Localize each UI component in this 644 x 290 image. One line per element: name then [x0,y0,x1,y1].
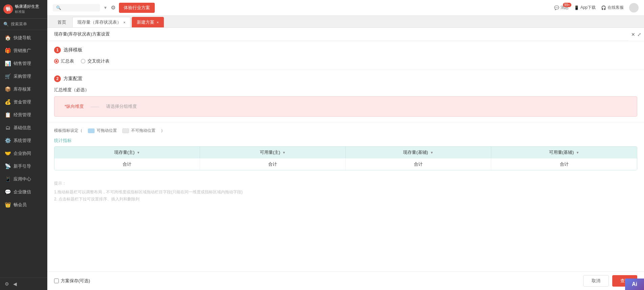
sidebar-item-operations[interactable]: 📋 经营管理 [0,108,47,121]
tab-new-scheme-close[interactable]: × [156,20,158,24]
save-option: 方案保存(可选) [54,278,90,284]
main-area: 🔍 ▼ ⚙ 体验行业方案 💬 消息 99+ 📱 App下载 🎧 在线客服 [47,0,644,290]
app-download-button[interactable]: 📱 App下载 [574,5,596,10]
save-option-label: 方案保存(可选) [61,278,90,284]
marketing-icon: 🎁 [5,48,11,54]
col1-label: 可用量(主) [260,149,280,155]
close-window-icon[interactable]: ✕ [631,32,635,37]
messages-button[interactable]: 💬 消息 99+ [554,5,569,10]
industry-plan-button[interactable]: 体验行业方案 [119,3,155,13]
sidebar: 畅 畅康通好生意 标准版 🔍 搜索菜单 🏠 快捷导航 🎁 营销推广 📊 销售管理… [0,0,47,290]
sidebar-item-system[interactable]: ⚙️ 系统管理 [0,134,47,147]
stats-header: 现存量(主) ▼ 可用量(主) ▼ 现存量(基辅) ▼ 可用量(基辅) ▼ [54,147,637,158]
cancel-button[interactable]: 取消 [583,275,609,287]
topbar-dropdown-arrow[interactable]: ▼ [103,5,107,10]
stats-col-0[interactable]: 现存量(主) ▼ [54,147,200,158]
sidebar-item-marketing[interactable]: 🎁 营销推广 [0,44,47,57]
sidebar-item-label: 营销推广 [14,48,31,54]
settings-icon[interactable]: ⚙ [5,281,9,287]
topbar-search-input[interactable] [63,5,90,10]
save-checkbox[interactable] [54,279,59,283]
expand-window-icon[interactable]: ⤢ [637,32,641,37]
col3-label: 可用量(基辅) [549,149,574,155]
app-name: 畅康通好生意 [15,4,39,9]
topbar-search-box[interactable]: 🔍 [53,4,100,11]
sidebar-menu: 🏠 快捷导航 🎁 营销推广 📊 销售管理 🛒 采购管理 📦 库存核算 💰 资金管… [0,30,47,277]
movable-legend-box [88,128,95,133]
system-icon: ⚙️ [5,138,11,144]
collapse-icon[interactable]: ◀ [13,281,17,287]
tab-home[interactable]: 首页 [53,17,71,27]
stats-col-3[interactable]: 可用量(基辅) ▼ [491,147,637,158]
dimension-box[interactable]: *纵向维度 —— 请选择分组维度 [54,96,637,117]
sidebar-item-app-center[interactable]: 📱 应用中心 [0,173,47,186]
tab-inventory-status[interactable]: 现存量（库存状况表） × [72,17,130,27]
sidebar-item-label: 新手引导 [14,163,31,169]
search-label: 搜索菜单 [11,21,27,27]
stats-col-2[interactable]: 现存量(基辅) ▼ [346,147,491,158]
sidebar-item-label: 基础信息 [14,125,31,131]
search-icon: 🔍 [3,22,9,27]
topbar-search-icon: 🔍 [56,5,61,10]
sidebar-item-quick-nav[interactable]: 🏠 快捷导航 [0,31,47,44]
sidebar-item-label: 库存核算 [14,86,31,92]
sidebar-item-member[interactable]: 👑 畅会员 [0,198,47,211]
quick-nav-icon: 🏠 [5,35,11,41]
member-icon: 👑 [5,202,11,208]
tab-inventory-close[interactable]: × [123,20,125,24]
section1-title: 1 选择模板 [54,47,637,53]
section2-title: 2 方案配置 [54,75,637,82]
panel-top-row: 现存量(库存状况表)方案设置 ✕ ⤢ [47,28,644,41]
col1-dropdown-icon[interactable]: ▼ [282,151,286,154]
sidebar-item-basic-info[interactable]: 🗂 基础信息 [0,121,47,134]
col3-dropdown-icon[interactable]: ▼ [576,151,579,154]
tab-new-scheme[interactable]: 新建方案 × [132,17,164,27]
sidebar-footer: ⚙ ◀ [0,277,47,290]
sidebar-item-sales[interactable]: 📊 销售管理 [0,57,47,70]
ai-fab-button[interactable]: Ai [625,279,644,290]
radio-cross[interactable]: 交叉统计表 [81,58,109,64]
topbar: 🔍 ▼ ⚙ 体验行业方案 💬 消息 99+ 📱 App下载 🎧 在线客服 [47,0,644,16]
tips-area: 提示： 1.拖动标题栏可以调整布局，不可跨维度或指标区域拖动栏目字段(只能在同一… [47,176,644,207]
legend-fixed: 不可拖动位置 [122,128,155,134]
fixed-legend-label: 不可拖动位置 [131,128,155,134]
app-edition: 标准版 [15,9,39,14]
sidebar-item-purchase[interactable]: 🛒 采购管理 [0,70,47,83]
col2-dropdown-icon[interactable]: ▼ [430,151,434,154]
service-icon: 🎧 [601,5,606,10]
sidebar-item-enterprise[interactable]: 🤝 企业协同 [0,147,47,160]
sidebar-search[interactable]: 🔍 搜索菜单 [0,19,47,30]
app-download-icon: 📱 [574,5,579,10]
message-icon: 💬 [554,5,559,10]
sidebar-item-wechat[interactable]: 💬 企业微信 [0,186,47,198]
stats-col-1[interactable]: 可用量(主) ▼ [200,147,346,158]
user-avatar[interactable] [629,3,639,13]
section2-title-label: 方案配置 [64,76,82,82]
topbar-gear-icon[interactable]: ⚙ [111,4,116,11]
finance-icon: 💰 [5,99,11,105]
section-template: 1 选择模板 汇总表 交叉统计表 [47,41,644,70]
radio-cross-label: 交叉统计表 [88,58,109,64]
online-service-button[interactable]: 🎧 在线客服 [601,5,624,10]
wechat-icon: 💬 [5,189,11,195]
content-area: 现存量(库存状况表)方案设置 ✕ ⤢ 1 选择模板 汇总表 [47,28,644,290]
tabbar: 首页 现存量（库存状况表） × 新建方案 × [47,16,644,28]
purchase-icon: 🛒 [5,73,11,79]
radio-summary-circle [54,59,59,64]
sidebar-item-newcomer[interactable]: 📡 新手引导 [0,160,47,173]
radio-summary[interactable]: 汇总表 [54,58,74,64]
sidebar-item-label: 企业微信 [14,189,31,195]
sidebar-item-label: 应用中心 [14,176,31,182]
sidebar-item-inventory[interactable]: 📦 库存核算 [0,83,47,96]
tab-new-scheme-label: 新建方案 [137,19,154,25]
col0-label: 现存量(主) [114,149,135,155]
dimension-required-label: 汇总维度（必选） [54,87,637,93]
sidebar-item-label: 系统管理 [14,138,31,144]
step1-badge: 1 [54,47,61,53]
col0-dropdown-icon[interactable]: ▼ [137,151,140,154]
indicators-legend: 模板指标设定（ 可拖动位置 不可拖动位置 ） [54,128,637,134]
sidebar-logo: 畅 畅康通好生意 标准版 [0,0,47,19]
sidebar-item-finance[interactable]: 💰 资金管理 [0,96,47,108]
stats-title: 统计指标 [54,138,637,144]
bottom-bar: 方案保存(可选) 取消 查询 [47,271,644,290]
